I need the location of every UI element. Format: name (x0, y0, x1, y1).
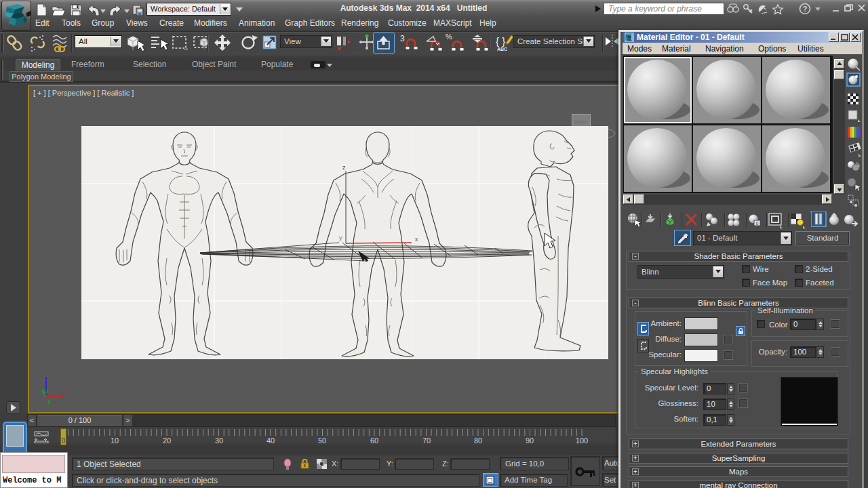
svg-text:ABC: ABC (497, 47, 507, 52)
svg-text:?: ? (803, 5, 808, 13)
svg-text:z: z (342, 164, 346, 171)
svg-text:x: x (415, 236, 418, 243)
svg-text:{ }: { } (496, 35, 505, 47)
svg-text:x: x (62, 389, 66, 396)
svg-text:y: y (339, 235, 342, 241)
svg-text:%: % (446, 33, 452, 41)
svg-text:3: 3 (400, 34, 405, 43)
svg-text:z: z (43, 377, 47, 384)
svg-text:y: y (47, 398, 51, 405)
svg-text:0: 0 (756, 221, 759, 226)
